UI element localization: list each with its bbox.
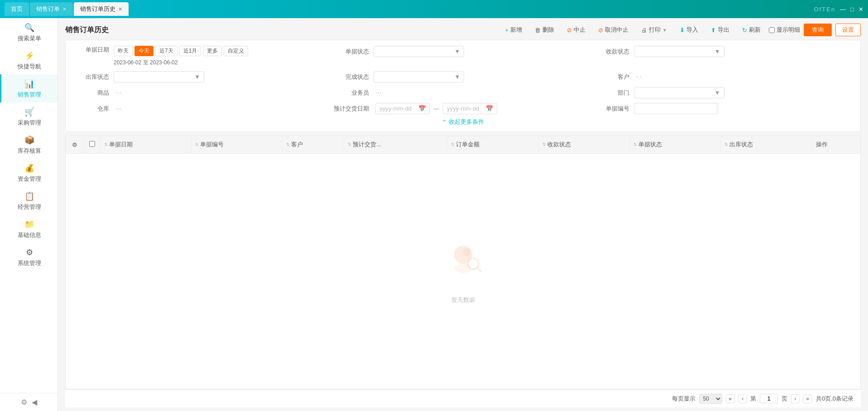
- sidebar-collapse-icon[interactable]: ◀: [32, 398, 37, 406]
- settings-button[interactable]: 设置: [835, 24, 861, 36]
- col-checkbox[interactable]: [84, 136, 100, 154]
- sidebar-item-system[interactable]: ⚙ 系统管理: [0, 243, 58, 271]
- main-layout: 🔍 搜索菜单 ⚡ 快捷导航 📊 销售管理 🛒 采购管理 📦 库存核算 💰 资金管…: [0, 18, 868, 411]
- col-number-label: 单据编号: [200, 140, 224, 149]
- date-custom[interactable]: 自定义: [224, 46, 248, 56]
- payment-status-select[interactable]: ▼: [634, 46, 724, 57]
- quick-nav-icon: ⚡: [24, 51, 34, 61]
- per-page-label: 每页显示: [672, 395, 695, 403]
- total-records: 共0页,0条记录: [816, 395, 854, 403]
- display-cols-toggle[interactable]: 显示明细: [769, 26, 800, 34]
- doc-status-select[interactable]: ▼: [374, 46, 464, 57]
- sidebar-item-operations[interactable]: 📋 经营管理: [0, 187, 58, 215]
- filter-col-outbound: 出库状态 ▼: [73, 71, 333, 82]
- import-icon: ⬇: [680, 27, 685, 34]
- sidebar-item-purchase[interactable]: 🛒 采购管理: [0, 102, 58, 131]
- sidebar-item-quick-nav[interactable]: ⚡ 快捷导航: [0, 46, 58, 74]
- col-settings[interactable]: ⚙: [66, 136, 84, 154]
- col-customer: ⇅ 客户: [283, 136, 344, 154]
- warehouse-picker[interactable]: ···: [115, 105, 121, 113]
- display-cols-checkbox[interactable]: [769, 27, 775, 33]
- date-more[interactable]: 更多: [203, 46, 222, 56]
- date-buttons: 昨天 今天 近7天 近1月 更多 自定义: [114, 46, 248, 56]
- empty-state: 暂无数据: [66, 154, 860, 389]
- tab-sales-order-history-close[interactable]: ✕: [118, 6, 122, 12]
- sidebar-item-base-info[interactable]: 📁 基础信息: [0, 215, 58, 243]
- print-button[interactable]: 🖨 打印 ▼: [637, 24, 671, 36]
- sidebar-item-sales[interactable]: 📊 销售管理: [0, 74, 58, 102]
- import-button[interactable]: ⬇ 导入: [675, 24, 703, 36]
- filter-col-expected-date: 预计交货日期 yyyy-mm-dd 📅 — yyyy-mm-dd 📅: [333, 103, 593, 114]
- date-1month[interactable]: 近1月: [179, 46, 201, 56]
- svg-point-2: [455, 264, 471, 273]
- sort-amount-icon: ⇅: [451, 142, 455, 147]
- department-select[interactable]: ▼: [634, 87, 724, 98]
- collapse-filter-btn[interactable]: ⌃ 收起更多条件: [73, 118, 853, 126]
- filter-col-doc-status: 单据状态 ▼: [333, 46, 593, 57]
- col-expected-date-label: 预计交货...: [353, 140, 381, 149]
- sidebar-item-search-menu[interactable]: 🔍 搜索菜单: [0, 18, 58, 46]
- date-yesterday[interactable]: 昨天: [114, 46, 133, 56]
- per-page-select[interactable]: 50 10 20 100: [699, 394, 722, 404]
- maximize-btn[interactable]: □: [850, 6, 854, 13]
- sidebar-item-finance[interactable]: 💰 资金管理: [0, 159, 58, 187]
- date-today[interactable]: 今天: [134, 46, 153, 56]
- complete-label: 完成状态: [333, 73, 374, 81]
- page-unit: 页: [782, 395, 787, 403]
- query-button[interactable]: 查询: [804, 24, 832, 36]
- page-label: 第: [750, 395, 756, 403]
- tab-home[interactable]: 首页: [5, 2, 29, 16]
- print-label: 打印: [649, 26, 661, 34]
- close-btn[interactable]: ✕: [858, 6, 863, 13]
- last-page-btn[interactable]: »: [803, 394, 812, 403]
- filter-col-order-number: 单据编号: [593, 103, 853, 114]
- prev-page-btn[interactable]: ‹: [739, 394, 747, 403]
- tab-sales-order-history[interactable]: 销售订单历史 ✕: [74, 2, 129, 16]
- expected-date-start[interactable]: yyyy-mm-dd 📅: [375, 103, 430, 114]
- salesperson-picker[interactable]: ···: [375, 89, 381, 97]
- system-icon: ⚙: [26, 247, 33, 257]
- complete-status-select[interactable]: ▼: [374, 71, 464, 82]
- tab-sales-order-label: 销售订单: [36, 5, 60, 13]
- tab-sales-order-close[interactable]: ✕: [62, 6, 67, 12]
- col-customer-label: 客户: [291, 140, 303, 149]
- sidebar-item-purchase-label: 采购管理: [18, 119, 41, 127]
- date-7days[interactable]: 近7天: [155, 46, 177, 56]
- filter-row-1: 单据日期 昨天 今天 近7天 近1月 更多 自定义 2023-06-02 至 2…: [73, 46, 853, 67]
- refresh-button[interactable]: ↻ 刷新: [738, 24, 765, 36]
- select-all-checkbox[interactable]: [89, 141, 95, 147]
- export-icon: ⬆: [711, 27, 716, 34]
- sidebar-settings-icon[interactable]: ⚙: [21, 398, 27, 406]
- stop-icon: ⊘: [567, 27, 572, 34]
- tab-bar: 首页 销售订单 ✕ 销售订单历史 ✕: [5, 2, 129, 16]
- export-button[interactable]: ⬆ 导出: [706, 24, 734, 36]
- watermark-text: OfTEn: [814, 6, 836, 13]
- sort-payment-icon: ⇅: [542, 142, 546, 147]
- new-button[interactable]: + 新增: [501, 24, 527, 36]
- order-number-input[interactable]: [634, 103, 718, 114]
- calendar-end-icon[interactable]: 📅: [486, 105, 493, 112]
- stop-button[interactable]: ⊘ 中止: [562, 24, 590, 36]
- outbound-label: 出库状态: [73, 73, 114, 81]
- filter-col-complete: 完成状态 ▼: [333, 71, 593, 82]
- calendar-start-icon[interactable]: 📅: [418, 105, 426, 112]
- customer-picker[interactable]: ···: [636, 73, 642, 81]
- cancel-stop-button[interactable]: ⊘ 取消中止: [594, 24, 633, 36]
- page-number-input[interactable]: [760, 394, 778, 403]
- next-page-btn[interactable]: ›: [791, 394, 799, 403]
- content-area: 销售订单历史 + 新增 🗑 删除 ⊘ 中止 ⊘ 取消中止: [58, 18, 868, 411]
- new-label: 新增: [510, 26, 522, 34]
- product-picker[interactable]: ···: [115, 89, 121, 97]
- tab-sales-order-history-label: 销售订单历史: [80, 5, 115, 13]
- delete-button[interactable]: 🗑 删除: [530, 24, 559, 36]
- first-page-btn[interactable]: «: [726, 394, 735, 403]
- sidebar-item-inventory[interactable]: 📦 库存核算: [0, 131, 58, 159]
- outbound-status-select[interactable]: ▼: [114, 71, 204, 82]
- col-expected-date: ⇅ 预计交货...: [344, 136, 447, 154]
- doc-status-arrow-icon: ▼: [454, 48, 460, 55]
- tab-sales-order[interactable]: 销售订单 ✕: [30, 2, 73, 16]
- minimize-btn[interactable]: —: [840, 6, 846, 13]
- collapse-label: 收起更多条件: [449, 118, 484, 126]
- cancel-stop-icon: ⊘: [598, 27, 603, 34]
- expected-date-end[interactable]: yyyy-mm-dd 📅: [443, 103, 497, 114]
